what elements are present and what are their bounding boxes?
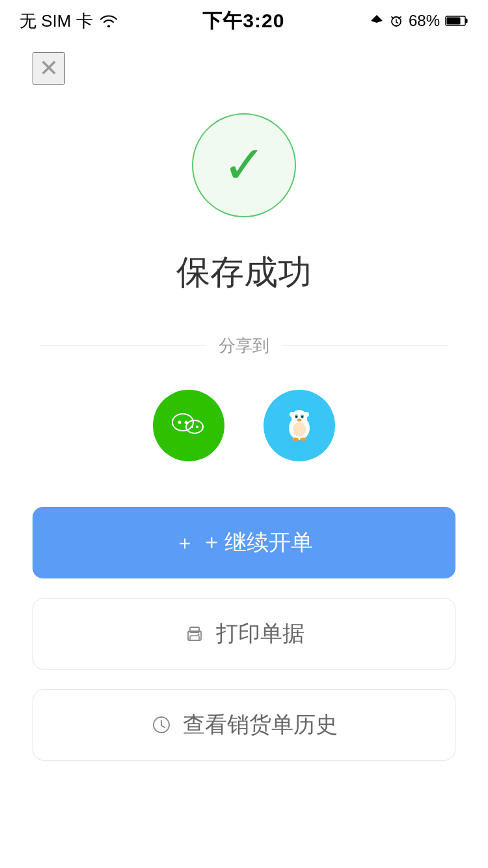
continue-order-label: + 继续开单 bbox=[205, 528, 312, 558]
svg-rect-3 bbox=[446, 18, 460, 25]
printer-icon bbox=[183, 623, 206, 645]
status-bar: 无 SIM 卡 下午3:20 68% bbox=[0, 0, 488, 42]
success-circle: ✓ bbox=[192, 113, 296, 217]
divider-line-left bbox=[39, 346, 206, 346]
print-button[interactable]: 打印单据 bbox=[33, 598, 455, 670]
view-history-button[interactable]: 查看销货单历史 bbox=[33, 689, 455, 761]
alarm-icon bbox=[389, 14, 403, 28]
location-icon bbox=[370, 14, 384, 28]
plus-icon: ＋ bbox=[175, 530, 195, 556]
qq-share-button[interactable] bbox=[264, 390, 335, 461]
success-title: 保存成功 bbox=[176, 250, 312, 295]
wechat-icon bbox=[168, 405, 210, 446]
wechat-share-button[interactable] bbox=[153, 390, 224, 461]
wifi-icon bbox=[100, 14, 118, 27]
close-button[interactable]: ✕ bbox=[33, 52, 65, 85]
svg-point-18 bbox=[292, 438, 299, 441]
main-content: ✓ 保存成功 分享到 bbox=[0, 42, 488, 761]
svg-point-17 bbox=[293, 422, 306, 437]
svg-point-16 bbox=[297, 419, 302, 422]
svg-point-8 bbox=[191, 426, 193, 428]
svg-point-13 bbox=[295, 416, 297, 418]
continue-order-button[interactable]: ＋ + 继续开单 bbox=[33, 507, 455, 578]
sim-status: 无 SIM 卡 bbox=[20, 10, 93, 33]
close-icon: ✕ bbox=[39, 57, 59, 80]
status-time: 下午3:20 bbox=[202, 8, 284, 34]
svg-point-15 bbox=[301, 416, 303, 418]
qq-icon bbox=[280, 406, 319, 445]
svg-point-21 bbox=[304, 412, 309, 417]
svg-point-7 bbox=[186, 420, 203, 433]
status-right: 68% bbox=[370, 12, 468, 30]
svg-rect-24 bbox=[190, 636, 199, 640]
svg-rect-2 bbox=[465, 19, 468, 23]
svg-point-19 bbox=[300, 438, 306, 441]
battery-icon bbox=[445, 15, 468, 27]
svg-point-5 bbox=[178, 421, 182, 424]
history-icon bbox=[150, 714, 172, 736]
action-buttons: ＋ + 继续开单 打印单据 查看销货单历史 bbox=[0, 507, 488, 761]
share-icons-container bbox=[153, 390, 335, 461]
checkmark-icon: ✓ bbox=[223, 139, 266, 191]
share-label: 分享到 bbox=[206, 334, 282, 357]
share-divider: 分享到 bbox=[0, 334, 488, 357]
svg-point-9 bbox=[196, 426, 198, 428]
svg-point-4 bbox=[172, 414, 193, 431]
history-label: 查看销货单历史 bbox=[183, 710, 338, 740]
divider-line-right bbox=[282, 346, 449, 346]
print-label: 打印单据 bbox=[216, 619, 305, 649]
battery-percent: 68% bbox=[409, 12, 440, 30]
svg-point-25 bbox=[198, 634, 200, 636]
svg-point-20 bbox=[290, 412, 295, 417]
status-left: 无 SIM 卡 bbox=[20, 10, 118, 33]
